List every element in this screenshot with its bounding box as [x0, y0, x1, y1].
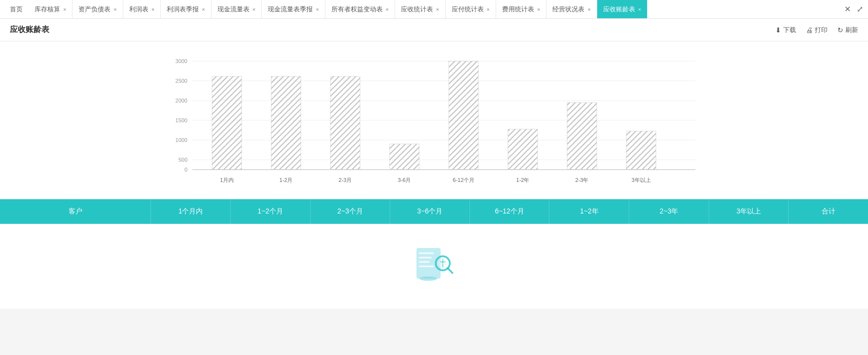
download-button[interactable]: ⬇ 下载 — [775, 26, 796, 35]
col-3-6month: 3~6个月 — [390, 199, 470, 224]
tab-operating-status[interactable]: 经营状况表 × — [546, 0, 597, 19]
table-header: 客户 1个月内 1~2个月 2~3个月 3~6个月 6~12个月 1~2年 2~… — [0, 199, 868, 224]
svg-text:1月内: 1月内 — [220, 177, 234, 183]
tab-balance-sheet[interactable]: 资产负债表 × — [72, 0, 123, 19]
tab-ar-aging[interactable]: 应收账龄表 × — [597, 0, 648, 19]
svg-rect-36 — [419, 265, 434, 267]
svg-point-37 — [420, 277, 437, 281]
svg-rect-33 — [419, 252, 434, 254]
tab-inventory[interactable]: 库存核算 × — [29, 0, 72, 19]
tab-close-receivables-stat[interactable]: × — [436, 6, 439, 12]
tab-profit-quarterly[interactable]: 利润表季报 × — [161, 0, 211, 19]
svg-text:0: 0 — [184, 167, 187, 173]
empty-state-icon — [409, 244, 459, 283]
tab-close-expense-stat[interactable]: × — [537, 6, 540, 12]
svg-text:1-2月: 1-2月 — [280, 177, 293, 183]
svg-text:2-3月: 2-3月 — [339, 177, 352, 183]
empty-state — [0, 224, 868, 309]
svg-rect-29 — [626, 131, 656, 170]
svg-text:1500: 1500 — [176, 117, 187, 123]
tab-close-payables-stat[interactable]: × — [487, 6, 490, 12]
maximize-window-icon[interactable]: ⤢ — [856, 3, 864, 15]
svg-text:2-3年: 2-3年 — [576, 177, 589, 183]
tab-close-cashflow-quarterly[interactable]: × — [316, 6, 319, 12]
tab-close-balance-sheet[interactable]: × — [113, 6, 116, 12]
col-1-2year: 1~2年 — [549, 199, 629, 224]
close-window-icon[interactable]: ✕ — [843, 3, 852, 15]
svg-text:3000: 3000 — [176, 58, 187, 64]
tab-bar: 首页 库存核算 × 资产负债表 × 利润表 × 利润表季报 × 现金流量表 × … — [0, 0, 868, 19]
chart-area: 0 500 1000 1500 2000 2500 3000 1月内 — [0, 41, 868, 199]
header-actions: ⬇ 下载 🖨 打印 ↻ 刷新 — [775, 26, 858, 35]
page-title: 应收账龄表 — [10, 25, 49, 35]
svg-text:6-12个月: 6-12个月 — [453, 177, 474, 183]
refresh-button[interactable]: ↻ 刷新 — [837, 26, 858, 35]
tab-close-equity-changes[interactable]: × — [386, 6, 389, 12]
svg-text:1000: 1000 — [176, 137, 187, 143]
svg-rect-25 — [508, 129, 538, 170]
bar-chart: 0 500 1000 1500 2000 2500 3000 1月内 — [163, 51, 705, 189]
svg-text:500: 500 — [179, 157, 187, 163]
print-icon: 🖨 — [806, 26, 813, 34]
tab-payables-stat[interactable]: 应付统计表 × — [446, 0, 496, 19]
svg-text:3年以上: 3年以上 — [631, 177, 651, 183]
col-customer: 客户 — [0, 199, 151, 224]
col-6-12month: 6~12个月 — [470, 199, 550, 224]
tab-close-profit-quarterly[interactable]: × — [202, 6, 205, 12]
col-total: 合计 — [789, 199, 868, 224]
tab-cashflow[interactable]: 现金流量表 × — [212, 0, 262, 19]
tab-close-inventory[interactable]: × — [63, 6, 66, 12]
col-2-3year: 2~3年 — [629, 199, 709, 224]
svg-rect-19 — [330, 76, 360, 170]
tab-close-ar-aging[interactable]: × — [638, 6, 641, 12]
col-1month: 1个月内 — [151, 199, 231, 224]
svg-text:1-2年: 1-2年 — [516, 177, 530, 183]
tab-home[interactable]: 首页 — [4, 0, 29, 19]
svg-text:2500: 2500 — [176, 78, 187, 84]
window-controls: ✕ ⤢ — [843, 3, 864, 15]
svg-rect-27 — [567, 103, 597, 170]
col-1-2month: 1~2个月 — [231, 199, 311, 224]
svg-rect-15 — [212, 76, 242, 170]
chart-container: 0 500 1000 1500 2000 2500 3000 1月内 — [20, 51, 848, 189]
tab-close-cashflow[interactable]: × — [253, 6, 255, 12]
svg-text:2000: 2000 — [176, 98, 187, 104]
print-button[interactable]: 🖨 打印 — [806, 26, 828, 35]
tab-expense-stat[interactable]: 费用统计表 × — [496, 0, 546, 19]
tab-equity-changes[interactable]: 所有者权益变动表 × — [326, 0, 395, 19]
svg-line-40 — [448, 268, 453, 273]
tab-close-profit-loss[interactable]: × — [151, 6, 154, 12]
main-content: 0 500 1000 1500 2000 2500 3000 1月内 — [0, 41, 868, 309]
svg-text:3-6月: 3-6月 — [398, 177, 411, 183]
svg-rect-17 — [271, 76, 301, 170]
tab-receivables-stat[interactable]: 应收统计表 × — [395, 0, 445, 19]
col-3year-plus: 3年以上 — [709, 199, 789, 224]
tab-close-operating-status[interactable]: × — [587, 6, 590, 12]
svg-rect-35 — [419, 261, 430, 263]
svg-rect-34 — [419, 257, 432, 259]
page-header: 应收账龄表 ⬇ 下载 🖨 打印 ↻ 刷新 — [0, 19, 868, 41]
svg-rect-21 — [390, 144, 419, 170]
col-2-3month: 2~3个月 — [311, 199, 391, 224]
svg-rect-23 — [449, 61, 478, 170]
download-icon: ⬇ — [775, 26, 781, 34]
tab-profit-loss[interactable]: 利润表 × — [123, 0, 161, 19]
tab-cashflow-quarterly[interactable]: 现金流量表季报 × — [262, 0, 325, 19]
refresh-icon: ↻ — [837, 26, 843, 34]
